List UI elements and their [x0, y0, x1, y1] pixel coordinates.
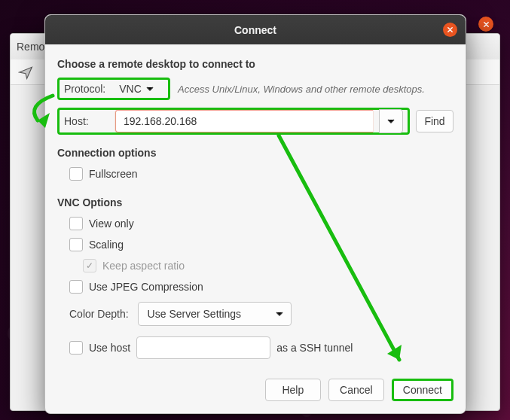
chevron-down-icon	[387, 115, 395, 127]
connect-button[interactable]: Connect	[392, 379, 454, 401]
color-depth-select[interactable]: Use Server Settings	[138, 302, 292, 326]
scaling-checkbox-row[interactable]: Scaling	[57, 234, 454, 255]
help-button[interactable]: Help	[265, 379, 321, 401]
scaling-label: Scaling	[89, 239, 124, 251]
host-dropdown-button[interactable]	[379, 109, 403, 133]
vnc-options-title: VNC Options	[57, 196, 454, 208]
host-label: Host:	[64, 115, 109, 127]
protocol-row: Protocol: VNC	[57, 78, 170, 100]
parent-title-truncated: Remo	[17, 41, 44, 53]
find-button[interactable]: Find	[416, 110, 454, 132]
scaling-checkbox[interactable]	[69, 238, 83, 251]
ssh-suffix-label: as a SSH tunnel	[276, 342, 353, 354]
fullscreen-checkbox[interactable]	[69, 167, 83, 181]
connection-options-title: Connection options	[57, 147, 454, 159]
fullscreen-checkbox-row[interactable]: Fullscreen	[57, 163, 454, 184]
window-close-button-outer[interactable]	[478, 17, 493, 32]
protocol-select[interactable]: VNC	[118, 81, 157, 97]
chevron-down-icon	[276, 308, 283, 320]
color-depth-value: Use Server Settings	[148, 308, 242, 320]
color-depth-row: Color Depth: Use Server Settings	[57, 297, 454, 326]
dialog-title: Connect	[234, 24, 276, 36]
keep-aspect-checkbox-row: Keep aspect ratio	[57, 255, 454, 276]
connect-dialog: Connect Choose a remote desktop to conne…	[44, 14, 466, 414]
view-only-label: View only	[89, 218, 134, 230]
host-input[interactable]	[115, 110, 373, 132]
dialog-footer: Help Cancel Connect	[57, 359, 454, 401]
color-depth-label: Color Depth:	[69, 308, 129, 320]
keep-aspect-checkbox	[83, 259, 96, 272]
protocol-label: Protocol:	[64, 83, 105, 95]
view-only-checkbox[interactable]	[69, 217, 83, 230]
view-only-checkbox-row[interactable]: View only	[57, 213, 454, 234]
jpeg-checkbox-row[interactable]: Use JPEG Compression	[57, 276, 454, 297]
cancel-button[interactable]: Cancel	[328, 379, 384, 401]
dialog-content: Choose a remote desktop to connect to Pr…	[45, 44, 466, 413]
host-row: Host:	[57, 108, 410, 135]
ssh-use-host-label: Use host	[89, 342, 130, 354]
protocol-value: VNC	[119, 83, 142, 95]
protocol-hint: Access Unix/Linux, Windows and other rem…	[178, 84, 425, 95]
choose-heading: Choose a remote desktop to connect to	[57, 58, 454, 70]
fullscreen-label: Fullscreen	[89, 168, 138, 180]
keep-aspect-label: Keep aspect ratio	[102, 260, 185, 272]
ssh-row: Use host as a SSH tunnel	[57, 326, 454, 359]
jpeg-label: Use JPEG Compression	[89, 281, 203, 293]
ssh-use-host-checkbox[interactable]	[69, 341, 83, 355]
chevron-down-icon	[146, 83, 154, 95]
jpeg-checkbox[interactable]	[69, 280, 83, 294]
ssh-host-input[interactable]	[136, 336, 270, 359]
close-icon[interactable]	[443, 23, 457, 37]
dialog-titlebar: Connect	[45, 15, 466, 44]
plane-icon	[17, 63, 35, 81]
